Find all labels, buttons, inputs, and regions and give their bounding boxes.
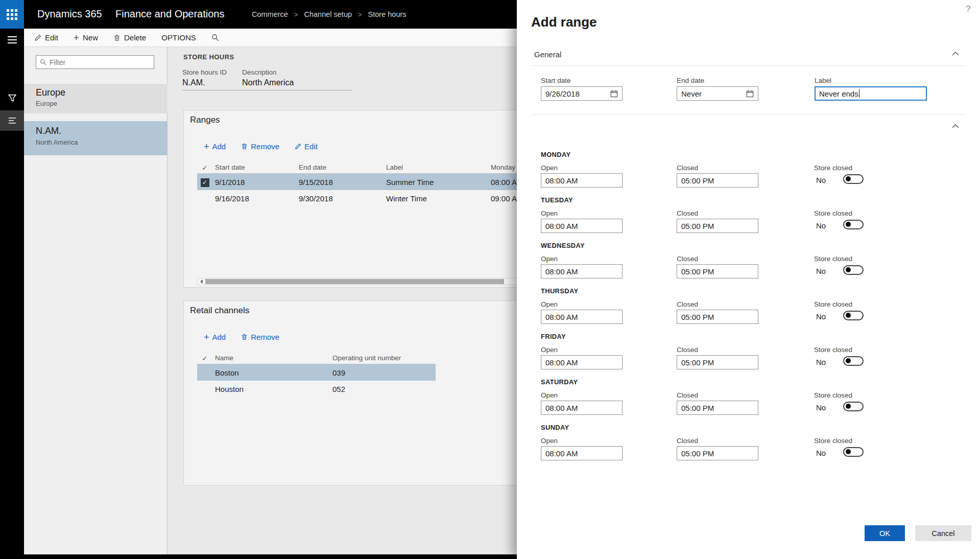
breadcrumb: Commerce > Channel setup > Store hours xyxy=(252,10,407,18)
breadcrumb-commerce[interactable]: Commerce xyxy=(252,10,288,18)
breadcrumb-store-hours[interactable]: Store hours xyxy=(368,10,407,18)
help-icon[interactable]: ? xyxy=(966,4,970,14)
chevron-up-icon[interactable] xyxy=(952,124,959,128)
select-all-check-icon[interactable]: ✓ xyxy=(197,164,212,172)
store-closed-toggle[interactable] xyxy=(843,174,864,184)
app-name[interactable]: Finance and Operations xyxy=(115,8,224,20)
filter-rail-button[interactable] xyxy=(0,88,24,108)
filter-input[interactable] xyxy=(50,58,150,66)
description-label: Description xyxy=(242,68,277,76)
remove-button[interactable]: Remove xyxy=(241,142,279,151)
page-title: STORE HOURS xyxy=(183,53,234,61)
closed-time-input[interactable] xyxy=(677,446,758,460)
plus-icon: + xyxy=(74,34,79,41)
open-label: Open xyxy=(541,437,558,445)
store-closed-toggle[interactable] xyxy=(843,402,864,411)
navigation-pane-button[interactable] xyxy=(0,110,24,131)
open-time-input[interactable] xyxy=(541,310,623,324)
calendar-icon[interactable] xyxy=(610,90,618,98)
waffle-icon xyxy=(7,9,17,20)
scroll-left-icon[interactable] xyxy=(198,278,205,285)
plus-icon: + xyxy=(204,334,209,341)
open-label: Open xyxy=(541,391,558,399)
options-label: OPTIONS xyxy=(161,33,196,42)
open-time-input[interactable] xyxy=(541,355,623,369)
column-operating-unit-number[interactable]: Operating unit number xyxy=(330,354,436,362)
open-time-input[interactable] xyxy=(541,446,623,460)
toggle-knob-icon xyxy=(846,449,851,454)
open-time-input[interactable] xyxy=(541,401,623,415)
table-row[interactable]: Houston 052 xyxy=(197,381,436,397)
open-time-input[interactable] xyxy=(541,219,623,233)
day-name: FRIDAY xyxy=(541,333,566,340)
store-closed-toggle[interactable] xyxy=(843,265,864,275)
retail-channels-title: Retail channels xyxy=(190,306,249,316)
table-row[interactable]: 9/16/2018 9/30/2018 Winter Time 09:00 AM xyxy=(197,190,549,206)
store-closed-label: Store closed xyxy=(814,255,852,263)
column-name[interactable]: Name xyxy=(212,354,330,362)
store-closed-toggle[interactable] xyxy=(843,311,864,320)
pencil-icon xyxy=(295,143,301,150)
edit-button[interactable]: Edit xyxy=(295,142,318,151)
search-icon xyxy=(40,59,46,65)
remove-button[interactable]: Remove xyxy=(241,333,279,341)
toggle-knob-icon xyxy=(846,358,851,363)
chevron-up-icon[interactable] xyxy=(952,51,959,56)
closed-time-input[interactable] xyxy=(677,310,758,324)
open-label: Open xyxy=(541,255,558,263)
edit-button[interactable]: Edit xyxy=(34,33,58,42)
options-menu[interactable]: OPTIONS xyxy=(161,33,196,42)
cell-name: Boston xyxy=(212,368,330,377)
select-all-check-icon[interactable]: ✓ xyxy=(197,354,212,362)
day-name: SATURDAY xyxy=(541,378,578,386)
toolbar-search-button[interactable] xyxy=(211,34,219,41)
closed-time-input[interactable] xyxy=(677,219,758,233)
scrollbar-thumb[interactable] xyxy=(205,279,504,284)
filter-box[interactable] xyxy=(36,55,154,69)
start-date-value[interactable] xyxy=(545,89,607,98)
end-date-input[interactable] xyxy=(677,86,758,101)
closed-time-input[interactable] xyxy=(677,173,758,188)
table-row[interactable]: ✓ 9/1/2018 9/15/2018 Summer Time 08:00 A… xyxy=(197,174,549,190)
store-closed-label: Store closed xyxy=(814,164,852,172)
list-item-title: N.AM. xyxy=(36,126,61,136)
row-checkbox[interactable]: ✓ xyxy=(197,177,212,187)
day-name: MONDAY xyxy=(541,151,570,158)
label-input[interactable]: Never ends xyxy=(815,86,927,101)
cancel-button[interactable]: Cancel xyxy=(915,525,971,541)
ok-button[interactable]: OK xyxy=(865,525,905,541)
store-closed-toggle[interactable] xyxy=(843,356,864,366)
horizontal-scrollbar[interactable] xyxy=(197,278,530,285)
funnel-icon xyxy=(8,94,16,102)
app-launcher-button[interactable] xyxy=(0,0,24,29)
closed-time-input[interactable] xyxy=(677,264,758,278)
list-item-subtitle: Europe xyxy=(36,100,57,107)
closed-time-input[interactable] xyxy=(677,401,758,415)
add-button[interactable]: + Add xyxy=(204,142,226,151)
column-label[interactable]: Label xyxy=(384,164,488,171)
list-item-europe[interactable]: Europe Europe xyxy=(24,84,168,113)
closed-time-input[interactable] xyxy=(677,355,758,369)
open-time-input[interactable] xyxy=(541,173,623,188)
calendar-icon[interactable] xyxy=(746,90,754,98)
column-start-date[interactable]: Start date xyxy=(212,164,296,171)
delete-button[interactable]: Delete xyxy=(113,33,146,42)
cell-operating-unit-number: 039 xyxy=(330,368,436,377)
breadcrumb-channel-setup[interactable]: Channel setup xyxy=(304,10,352,18)
open-label: Open xyxy=(541,164,558,172)
add-button[interactable]: + Add xyxy=(204,333,226,341)
store-hours-id-value[interactable]: N.AM. xyxy=(182,78,245,90)
hamburger-menu-button[interactable] xyxy=(0,30,24,50)
store-closed-toggle[interactable] xyxy=(843,220,864,229)
list-item-nam[interactable]: N.AM. North America xyxy=(24,121,168,155)
column-end-date[interactable]: End date xyxy=(296,164,384,171)
retail-channels-card: Retail channels + Add Remove ✓ Name Oper… xyxy=(183,300,531,485)
end-date-value[interactable] xyxy=(681,89,743,98)
open-time-input[interactable] xyxy=(541,264,623,278)
store-closed-toggle[interactable] xyxy=(843,447,864,457)
start-date-input[interactable] xyxy=(541,86,623,101)
table-row[interactable]: Boston 039 xyxy=(197,364,436,381)
description-value[interactable]: North America xyxy=(242,78,352,90)
new-button[interactable]: + New xyxy=(74,33,98,42)
text-caret xyxy=(859,89,859,98)
